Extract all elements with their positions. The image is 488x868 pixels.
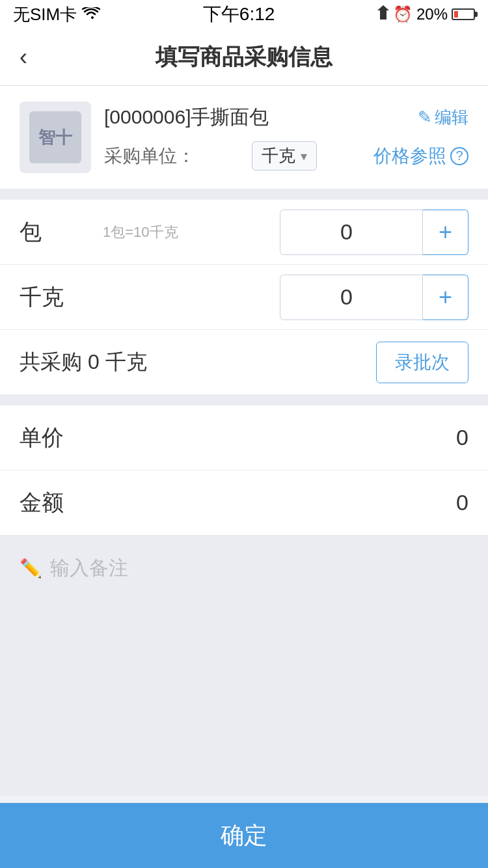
total-text: 共采购 0 千克 bbox=[20, 348, 376, 377]
battery-percent: 20% bbox=[416, 5, 448, 23]
bao-input-row: 包 1包=10千克 + bbox=[0, 200, 488, 265]
unit-select-dropdown[interactable]: 千克 ▾ bbox=[252, 141, 317, 170]
price-ref-label: 价格参照 bbox=[373, 144, 446, 169]
product-card: 智十 [0000006]手撕面包 ✎ 编辑 采购单位： 千克 ▾ 价格参照 ? bbox=[0, 86, 488, 189]
remark-placeholder: 输入备注 bbox=[50, 555, 128, 582]
total-row: 共采购 0 千克 录批次 bbox=[0, 330, 488, 395]
status-bar-left: 无SIM卡 bbox=[13, 3, 100, 26]
amount-row: 金额 0 bbox=[0, 470, 488, 536]
unit-value: 千克 bbox=[262, 144, 295, 167]
product-info: [0000006]手撕面包 ✎ 编辑 采购单位： 千克 ▾ 价格参照 ? bbox=[104, 104, 468, 170]
bao-sublabel: 1包=10千克 bbox=[103, 223, 178, 242]
bao-label: 包 bbox=[20, 217, 98, 247]
chevron-down-icon: ▾ bbox=[301, 148, 307, 164]
status-bar-right: ⏰ 20% bbox=[377, 5, 475, 23]
input-section: 包 1包=10千克 + 千克 + 共采购 0 千克 录批次 bbox=[0, 200, 488, 395]
info-section: 单价 0 金额 0 bbox=[0, 405, 488, 536]
price-ref-button[interactable]: 价格参照 ? bbox=[373, 144, 468, 169]
confirm-button[interactable]: 确定 bbox=[0, 803, 488, 868]
status-time: 下午6:12 bbox=[203, 2, 275, 27]
question-circle-icon: ? bbox=[450, 147, 468, 165]
edit-button[interactable]: ✎ 编辑 bbox=[418, 106, 468, 129]
pencil-icon: ✏️ bbox=[20, 558, 42, 579]
product-logo: 智十 bbox=[29, 111, 81, 163]
battery-icon bbox=[452, 8, 475, 20]
wifi-icon bbox=[82, 5, 100, 25]
bao-qty-input[interactable] bbox=[280, 210, 423, 255]
kg-qty-input[interactable] bbox=[280, 275, 423, 320]
product-name: [0000006]手撕面包 bbox=[104, 104, 269, 131]
back-button[interactable]: ‹ bbox=[20, 46, 27, 69]
amount-value: 0 bbox=[456, 490, 468, 515]
unit-price-value: 0 bbox=[456, 425, 468, 450]
logo-text: 智十 bbox=[38, 126, 72, 149]
unit-prefix-label: 采购单位： bbox=[104, 144, 195, 169]
amount-label: 金额 bbox=[20, 488, 456, 518]
carrier-text: 无SIM卡 bbox=[13, 3, 77, 26]
kg-label: 千克 bbox=[20, 282, 98, 312]
product-name-row: [0000006]手撕面包 ✎ 编辑 bbox=[104, 104, 468, 131]
product-image: 智十 bbox=[20, 102, 91, 173]
status-bar: 无SIM卡 下午6:12 ⏰ 20% bbox=[0, 0, 488, 29]
separator-1 bbox=[0, 189, 488, 200]
record-batch-button[interactable]: 录批次 bbox=[376, 342, 468, 383]
remark-section[interactable]: ✏️ 输入备注 bbox=[0, 536, 488, 601]
unit-row: 采购单位： 千克 ▾ 价格参照 ? bbox=[104, 141, 468, 170]
edit-label: 编辑 bbox=[435, 106, 468, 129]
kg-plus-button[interactable]: + bbox=[423, 275, 468, 320]
kg-input-row: 千克 + bbox=[0, 265, 488, 330]
bao-qty-wrapper: + bbox=[280, 210, 468, 255]
page-title: 填写商品采购信息 bbox=[156, 42, 332, 72]
alarm-icon: ⏰ bbox=[393, 5, 413, 23]
edit-pencil-icon: ✎ bbox=[418, 107, 432, 128]
empty-content-area bbox=[0, 601, 488, 796]
bao-plus-button[interactable]: + bbox=[423, 210, 468, 255]
unit-price-row: 单价 0 bbox=[0, 405, 488, 470]
separator-2 bbox=[0, 395, 488, 405]
location-icon bbox=[377, 5, 389, 23]
nav-bar: ‹ 填写商品采购信息 bbox=[0, 29, 488, 86]
unit-price-label: 单价 bbox=[20, 423, 456, 453]
kg-qty-wrapper: + bbox=[280, 275, 468, 320]
